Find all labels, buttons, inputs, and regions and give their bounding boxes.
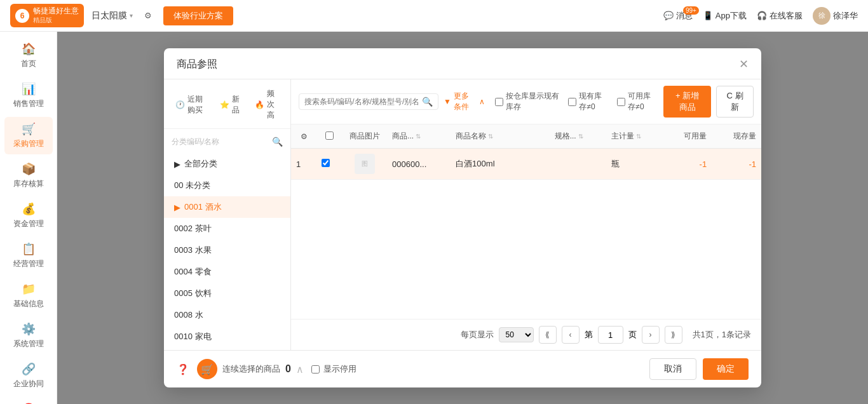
page-last-button[interactable]: ⟫ (665, 326, 682, 344)
tab-recent[interactable]: 🕐 近期购买 (169, 84, 211, 125)
navbar: 6 畅捷通好生意 精品版 日太阳膜 ▾ ⚙ 体验行业方案 💬 消息 99+ 📱 … (0, 0, 868, 32)
confirm-button[interactable]: 确定 (703, 358, 749, 380)
row-avail: -1 (655, 149, 712, 180)
page-first-button[interactable]: ⟪ (539, 326, 557, 344)
right-toolbar: 🔍 ▼ 更多条件 ∧ 按仓库显示现有库存 (291, 79, 761, 125)
row-name: 白酒100ml (451, 149, 550, 180)
sidebar-item-ops[interactable]: 📋 经营管理 (4, 237, 53, 274)
col-header-settings[interactable]: ⚙ (291, 125, 316, 149)
store-name: 日太阳膜 (92, 10, 127, 22)
category-0005[interactable]: 0005 饮料 (164, 283, 290, 304)
online-service-area[interactable]: 🎧 在线客服 (757, 10, 803, 22)
app-logo[interactable]: 6 畅捷通好生意 精品版 (10, 4, 84, 28)
category-all[interactable]: ▶ 全部分类 (164, 153, 290, 175)
inventory-icon: 📦 (22, 162, 36, 176)
checkbox-warehouse[interactable]: 按仓库显示现有库存 (495, 91, 561, 112)
sidebar-item-inventory[interactable]: 📦 库存核算 (4, 157, 53, 194)
category-0004-label: 0004 零食 (174, 266, 212, 278)
category-0008[interactable]: 0008 水 (164, 304, 290, 326)
row-checkbox[interactable] (316, 149, 342, 180)
category-0004[interactable]: 0004 零食 (164, 261, 290, 283)
sidebar-item-home[interactable]: 🏠 首页 (4, 37, 53, 74)
checkbox-warehouse-input[interactable] (495, 98, 503, 106)
refresh-button[interactable]: C 刷新 (716, 86, 754, 118)
checkbox-avail-nonzero[interactable]: 可用库存≠0 (617, 91, 658, 112)
filter-label: 更多条件 (454, 91, 477, 112)
sidebar-item-collab[interactable]: 🔗 企业协同 (4, 357, 53, 394)
page-next-button[interactable]: › (642, 326, 660, 344)
col-header-name[interactable]: 商品名称 ⇅ (451, 125, 550, 149)
sidebar-item-basic[interactable]: 📁 基础信息 (4, 277, 53, 314)
add-product-button[interactable]: + 新增商品 (663, 86, 711, 118)
sidebar-item-guide[interactable]: 🎯 新手引导 (4, 397, 53, 404)
category-0003[interactable]: 0003 水果 (164, 239, 290, 261)
checkbox-stock-nonzero[interactable]: 现有库存≠0 (568, 91, 609, 112)
all-arrow-icon: ▶ (174, 159, 180, 169)
page-total: 共1页，1条记录 (693, 329, 751, 340)
product-reference-dialog: 商品参照 ✕ 🕐 近期购买 ⭐ 新 (164, 48, 761, 387)
settings-icon[interactable]: ⚙ (138, 6, 158, 26)
checkbox-stock-input[interactable] (568, 98, 576, 106)
footer-buttons: 取消 确定 (649, 358, 749, 380)
tab-new[interactable]: ⭐ 新品 (214, 84, 246, 125)
checkbox-avail-input[interactable] (617, 98, 625, 106)
category-search-input[interactable] (172, 137, 268, 146)
product-image: 图 (355, 154, 375, 174)
cart-icon[interactable]: 🛒 (197, 359, 217, 379)
cancel-button[interactable]: 取消 (649, 358, 696, 380)
col-name-sort[interactable]: ⇅ (488, 133, 493, 140)
sidebar-item-system[interactable]: ⚙️ 系统管理 (4, 317, 53, 354)
category-0010[interactable]: 0010 家电 (164, 326, 290, 347)
checkbox-avail-label: 可用库存≠0 (628, 91, 658, 112)
category-list: ▶ 全部分类 00 未分类 ▶ 0001 酒水 0002 茶 (164, 151, 290, 350)
cat-active-arrow: ▶ (174, 203, 180, 212)
row-unit: 瓶 (606, 149, 656, 180)
col-header-unit[interactable]: 主计量 ⇅ (606, 125, 656, 149)
col-header-checkbox[interactable] (316, 125, 342, 149)
sales-icon: 📊 (22, 82, 36, 96)
page-size-select[interactable]: 20 50 100 (499, 327, 534, 342)
filter-button[interactable]: ▼ 更多条件 ∧ (444, 91, 485, 112)
system-icon: ⚙️ (22, 322, 36, 336)
help-icon[interactable]: ❓ (177, 363, 189, 375)
notification-area[interactable]: 💬 消息 99+ (663, 10, 693, 22)
product-search-box: 🔍 (299, 93, 438, 110)
category-0002[interactable]: 0002 茶叶 (164, 218, 290, 239)
recent-icon: 🕐 (175, 100, 185, 109)
user-area[interactable]: 徐 徐泽华 (813, 7, 858, 25)
category-search-icon[interactable]: 🔍 (272, 137, 283, 147)
cart-collapse-icon[interactable]: ∧ (296, 363, 304, 375)
dialog-footer: ❓ 🛒 连续选择的商品 0 ∧ 显示停用 取消 确定 (164, 350, 761, 387)
store-selector[interactable]: 日太阳膜 ▾ (92, 10, 133, 22)
category-00[interactable]: 00 未分类 (164, 175, 290, 196)
sidebar-item-sales[interactable]: 📊 销售管理 (4, 77, 53, 114)
page-prev-button[interactable]: ‹ (562, 326, 580, 344)
tab-recent-label: 近期购买 (187, 94, 205, 116)
product-search-icon[interactable]: 🔍 (422, 97, 433, 107)
col-header-spec[interactable]: 规格... ⇅ (550, 125, 606, 149)
display-disabled-checkbox[interactable]: 显示停用 (311, 363, 356, 375)
col-unit-sort[interactable]: ⇅ (636, 133, 641, 140)
product-search-input[interactable] (304, 97, 419, 106)
dialog-overlay: 商品参照 ✕ 🕐 近期购买 ⭐ 新 (57, 32, 868, 404)
page-number-input[interactable] (598, 326, 623, 344)
dialog-close-button[interactable]: ✕ (739, 57, 749, 71)
category-0003-label: 0003 水果 (174, 245, 212, 256)
select-all-checkbox[interactable] (325, 131, 334, 140)
logo-text: 畅捷通好生意 精品版 (33, 6, 79, 25)
product-table: ⚙ 商品图片 商品... ⇅ 商品名称 (291, 125, 761, 180)
sidebar-item-finance[interactable]: 💰 资金管理 (4, 197, 53, 234)
col-spec-sort[interactable]: ⇅ (578, 133, 583, 140)
col-header-code[interactable]: 商品... ⇅ (387, 125, 451, 149)
app-download-area[interactable]: 📱 App下载 (703, 10, 747, 22)
display-disabled-input[interactable] (311, 365, 320, 374)
trial-button[interactable]: 体验行业方案 (163, 6, 233, 25)
page-label: 第 (585, 329, 593, 340)
col-code-sort[interactable]: ⇅ (416, 133, 421, 140)
category-0001[interactable]: ▶ 0001 酒水 (164, 196, 290, 218)
tab-frequent[interactable]: 🔥 频次高 (248, 84, 285, 125)
sidebar-item-purchase[interactable]: 🛒 采购管理 (4, 117, 53, 154)
row-select-checkbox[interactable] (322, 159, 330, 167)
table-row[interactable]: 1 图 000600... 白酒100ml 瓶 (291, 149, 761, 180)
category-00-label: 00 未分类 (174, 180, 210, 191)
